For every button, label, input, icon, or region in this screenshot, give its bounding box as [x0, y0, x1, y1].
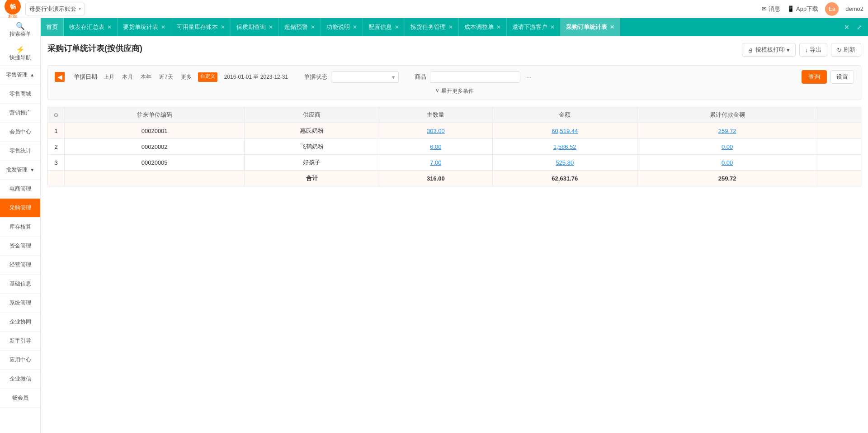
tab-invite-downstream-close[interactable]: ✕ — [550, 24, 555, 30]
goods-filter-label: 商品 — [415, 73, 426, 81]
sidebar-search[interactable]: 🔍 搜索菜单 — [0, 18, 40, 42]
tab-shelf-life-close[interactable]: ✕ — [269, 24, 273, 30]
tab-available-stock[interactable]: 可用量库存账本 ✕ — [171, 18, 231, 36]
date-shortcut-this-year[interactable]: 本年 — [138, 72, 154, 82]
tab-purchase-summary-close[interactable]: ✕ — [610, 24, 614, 30]
goods-input[interactable] — [430, 71, 520, 83]
user-name[interactable]: demo2 — [845, 5, 863, 12]
tab-picking-task[interactable]: 拣货任务管理 ✕ — [405, 18, 459, 36]
date-shortcut-this-month[interactable]: 本月 — [119, 72, 136, 82]
row1-amount[interactable]: 60,519.44 — [492, 123, 637, 139]
sidebar-item-system[interactable]: 系统管理 — [0, 294, 40, 313]
row2-paid[interactable]: 0.00 — [637, 139, 817, 155]
footer-amount: 62,631.76 — [492, 171, 637, 186]
tab-overstock-close[interactable]: ✕ — [311, 24, 315, 30]
refresh-button[interactable]: ↻ 刷新 — [831, 43, 861, 57]
sidebar-item-marketing[interactable]: 营销推广 — [0, 104, 40, 123]
tab-home[interactable]: 首页 — [41, 18, 64, 36]
tab-order-summary-close[interactable]: ✕ — [161, 24, 165, 30]
row2-amount[interactable]: 1,586.52 — [492, 139, 637, 155]
tab-shelf-life[interactable]: 保质期查询 ✕ — [231, 18, 279, 36]
sidebar-quick-nav[interactable]: ⚡ 快捷导航 — [0, 42, 40, 66]
tab-purchase-summary-label: 采购订单统计表 — [566, 23, 607, 31]
workspace-selector[interactable]: 母婴行业演示账套 ▾ — [25, 3, 85, 15]
tab-available-stock-close[interactable]: ✕ — [221, 24, 225, 30]
tab-overstock[interactable]: 超储预警 ✕ — [279, 18, 321, 36]
row2-code: 00020002 — [65, 139, 245, 155]
tab-shelf-life-label: 保质期查询 — [236, 23, 266, 31]
sidebar-item-wholesale[interactable]: 批发管理 ▼ — [0, 161, 40, 180]
export-button[interactable]: ↓ 导出 — [799, 43, 828, 57]
expand-conditions-button[interactable]: ⊻ 展开更多条件 — [55, 87, 854, 95]
date-shortcut-more[interactable]: 更多 — [178, 72, 194, 82]
date-shortcut-7days[interactable]: 近7天 — [156, 72, 176, 82]
sidebar-item-operations[interactable]: 经营管理 — [0, 256, 40, 275]
sidebar-item-member-center[interactable]: 会员中心 — [0, 123, 40, 142]
sidebar-item-retail-management[interactable]: 零售管理 ▲ — [0, 66, 40, 85]
row2-qty[interactable]: 6.00 — [379, 139, 492, 155]
sidebar-item-ecommerce[interactable]: 电商管理 — [0, 180, 40, 199]
sidebar-item-enterprise-wx[interactable]: 企业微信 — [0, 370, 40, 389]
tab-cost-adjust[interactable]: 成本调整单 ✕ — [459, 18, 507, 36]
goods-more-button[interactable]: ··· — [526, 73, 532, 81]
app-download-button[interactable]: 📱 App下载 — [787, 5, 818, 13]
query-button[interactable]: 查询 — [802, 70, 827, 84]
export-label: 导出 — [810, 46, 821, 54]
tab-config-info[interactable]: 配置信息 ✕ — [363, 18, 405, 36]
tab-config-info-close[interactable]: ✕ — [395, 24, 399, 30]
collapse-button[interactable]: ◀ — [55, 72, 65, 82]
sidebar-item-basic-info[interactable]: 基础信息 — [0, 275, 40, 294]
settings-button[interactable]: 设置 — [830, 70, 854, 84]
date-shortcut-last-month[interactable]: 上月 — [101, 72, 117, 82]
tab-function-desc-label: 功能说明 — [326, 23, 350, 31]
nav-maximize-button[interactable]: ⤢ — [853, 22, 866, 33]
tab-picking-task-close[interactable]: ✕ — [448, 24, 453, 30]
table-row: 1 00020001 惠氏奶粉 303.00 60,519.44 259.72 — [48, 123, 861, 139]
tab-function-desc[interactable]: 功能说明 ✕ — [321, 18, 363, 36]
row2-supplier: 飞鹤奶粉 — [245, 139, 379, 155]
tab-home-label: 首页 — [46, 23, 58, 31]
row3-code: 00020005 — [65, 155, 245, 171]
row3-paid[interactable]: 0.00 — [637, 155, 817, 171]
logo[interactable]: 畅 标旗 — [5, 0, 21, 20]
tab-purchase-summary[interactable]: 采购订单统计表 ✕ — [561, 18, 620, 36]
sidebar-item-app-center[interactable]: 应用中心 — [0, 351, 40, 370]
row3-amount[interactable]: 525.80 — [492, 155, 637, 171]
tab-order-summary-label: 要货单统计表 — [123, 23, 158, 31]
date-filter-label: 单据日期 — [74, 73, 97, 81]
avatar[interactable]: Ea — [825, 2, 839, 16]
sidebar-item-finance[interactable]: 资金管理 — [0, 237, 40, 256]
sidebar-item-inventory[interactable]: 库存核算 — [0, 218, 40, 237]
tab-function-desc-close[interactable]: ✕ — [353, 24, 357, 30]
sidebar-item-newbie[interactable]: 新手引导 — [0, 332, 40, 351]
sidebar-item-member-card[interactable]: 畅会员 — [0, 389, 40, 408]
tab-invite-downstream[interactable]: 邀请下游客户 ✕ — [507, 18, 561, 36]
footer-empty1 — [48, 171, 65, 186]
col-supplier: 供应商 — [245, 107, 379, 123]
tab-cost-adjust-close[interactable]: ✕ — [496, 24, 501, 30]
sidebar-item-retail-mall[interactable]: 零售商城 — [0, 85, 40, 104]
tab-invite-downstream-label: 邀请下游客户 — [512, 23, 547, 31]
status-select[interactable] — [331, 71, 399, 83]
col-paid: 累计付款金额 — [637, 107, 817, 123]
tab-order-summary[interactable]: 要货单统计表 ✕ — [118, 18, 171, 36]
tab-recv-send-label: 收发存汇总表 — [69, 23, 104, 31]
print-button[interactable]: 🖨 按模板打印 ▾ — [742, 43, 796, 57]
row1-qty[interactable]: 303.00 — [379, 123, 492, 139]
app-download-icon: 📱 — [787, 5, 794, 12]
table-settings-icon[interactable]: ⚙ — [53, 112, 59, 119]
message-button[interactable]: ✉ 消息 — [762, 5, 780, 13]
row2-extra — [817, 139, 861, 155]
sidebar-item-purchase[interactable]: 采购管理 — [0, 199, 40, 218]
row1-paid[interactable]: 259.72 — [637, 123, 817, 139]
tab-recv-send-close[interactable]: ✕ — [107, 24, 112, 30]
nav-close-all-button[interactable]: ✕ — [840, 22, 853, 33]
col-code: 往来单位编码 — [65, 107, 245, 123]
tab-recv-send[interactable]: 收发存汇总表 ✕ — [64, 18, 118, 36]
sidebar-item-retail-stats[interactable]: 零售统计 — [0, 142, 40, 161]
row3-qty[interactable]: 7.00 — [379, 155, 492, 171]
footer-extra — [817, 171, 861, 186]
sidebar-item-enterprise[interactable]: 企业协同 — [0, 313, 40, 332]
row1-code: 00020001 — [65, 123, 245, 139]
refresh-label: 刷新 — [844, 46, 855, 54]
